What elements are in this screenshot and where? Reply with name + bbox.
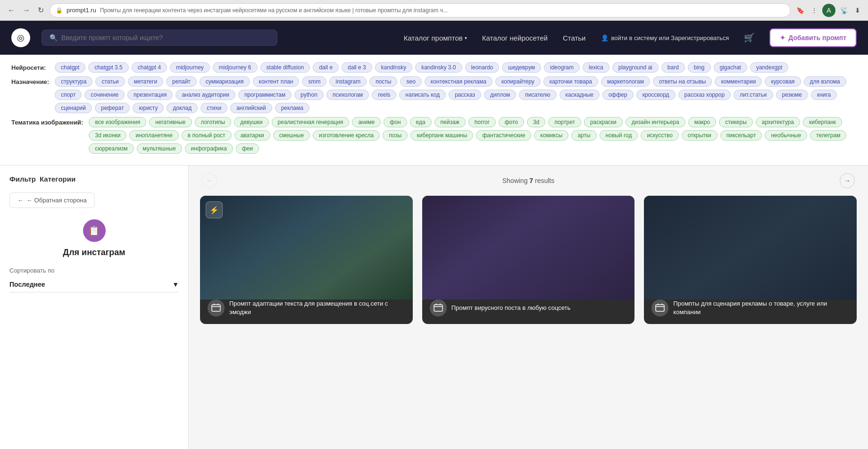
tag-struktura[interactable]: структура (55, 76, 92, 87)
tag-chatgpt4[interactable]: chatgpt 4 (132, 62, 167, 73)
menu-button[interactable]: ⋮ (809, 5, 819, 16)
tag-macro[interactable]: макро (688, 117, 717, 127)
tag-cascading[interactable]: каскадные (559, 90, 600, 100)
tag-repajt[interactable]: репайт (166, 76, 197, 87)
tag-playground-ai[interactable]: playground ai (612, 62, 659, 73)
result-card-2[interactable]: Промпт вирусного поста в любую соцсеть (422, 196, 635, 324)
tag-english[interactable]: английский (230, 103, 272, 113)
tag-funny[interactable]: смешные (273, 130, 310, 141)
address-bar[interactable]: 🔒 prompt1.ru Промты для генерации контен… (50, 3, 791, 17)
nav-catalog-prompts[interactable]: Каталог промптов ▾ (404, 34, 467, 42)
tag-full-height[interactable]: в полный рост (182, 130, 232, 141)
tag-surrealism[interactable]: сюрреализм (89, 143, 134, 154)
tag-context-reklama[interactable]: контекстная реклама (425, 76, 492, 87)
tag-report[interactable]: доклад (167, 103, 198, 113)
tag-kandinsky[interactable]: kandinsky (375, 62, 412, 73)
tag-write-code[interactable]: написать код (399, 90, 446, 100)
tag-composition[interactable]: сочинение (84, 90, 125, 100)
refresh-button[interactable]: ↻ (36, 4, 46, 17)
tag-coursework[interactable]: курсовая (765, 76, 801, 87)
tag-logos[interactable]: логотипы (195, 117, 232, 127)
tag-girls[interactable]: девушки (234, 117, 268, 127)
tag-cyberpunk-cars[interactable]: киберпанк машины (410, 130, 473, 141)
result-card-1[interactable]: ⚡ Промпт адаптации текста для размещения… (200, 196, 413, 324)
tag-armchair[interactable]: изготовление кресла (313, 130, 380, 141)
back-button[interactable]: ← (6, 4, 17, 17)
tag-presentation[interactable]: презентация (127, 90, 173, 100)
cast-button[interactable]: 📡 (838, 5, 850, 16)
tag-unusual[interactable]: необычные (765, 130, 807, 141)
tag-smm[interactable]: smm (302, 76, 326, 87)
tag-ideogram[interactable]: ideogram (544, 62, 580, 73)
tag-arts[interactable]: арты (571, 130, 596, 141)
profile-button[interactable]: A (822, 4, 835, 17)
tag-photo[interactable]: фото (499, 117, 524, 127)
tag-3d-icons[interactable]: 3d иконки (89, 130, 126, 141)
tag-3d[interactable]: 3d (527, 117, 545, 127)
tag-scenario[interactable]: сценарий (55, 103, 92, 113)
tag-python[interactable]: python (294, 90, 324, 100)
tag-reels[interactable]: reels (372, 90, 396, 100)
tag-postcards[interactable]: открытки (682, 130, 718, 141)
tag-posts[interactable]: посты (369, 76, 397, 87)
tag-hacking[interactable]: для взлома (804, 76, 846, 87)
tag-colorings[interactable]: раскраски (584, 117, 623, 127)
tag-sport[interactable]: спорт (55, 90, 82, 100)
tag-referat[interactable]: реферат (95, 103, 130, 113)
tag-programmers[interactable]: программистам (238, 90, 292, 100)
tag-background[interactable]: фон (384, 117, 407, 127)
site-logo[interactable]: ◎ (11, 28, 30, 47)
tag-lexica[interactable]: lexica (583, 62, 609, 73)
tag-architecture[interactable]: архитектура (756, 117, 800, 127)
tag-kandinsky30[interactable]: kandinsky 3.0 (415, 62, 462, 73)
tag-leonardo[interactable]: leonardo (465, 62, 500, 73)
forward-button[interactable]: → (21, 4, 32, 17)
tag-poems[interactable]: стихи (200, 103, 227, 113)
search-input[interactable] (61, 34, 269, 42)
tag-aliens[interactable]: инопланетяне (129, 130, 178, 141)
tag-lawyer[interactable]: юристу (133, 103, 164, 113)
tag-stickers[interactable]: стикеры (719, 117, 753, 127)
tag-content-plan[interactable]: контент план (253, 76, 300, 87)
tag-marketers[interactable]: маркетологам (601, 76, 650, 87)
tag-chatgpt[interactable]: chatgpt (55, 62, 85, 73)
tag-horror-story[interactable]: рассказ хоррор (678, 90, 731, 100)
tag-psychologists[interactable]: психологам (326, 90, 369, 100)
tag-writer[interactable]: писателю (519, 90, 556, 100)
tag-audience[interactable]: анализ аудитории (175, 90, 235, 100)
sidebar-back-button[interactable]: ← ← Обратная сторона (9, 192, 95, 208)
tag-reviews[interactable]: ответы на отзывы (653, 76, 712, 87)
tag-art[interactable]: искусство (641, 130, 678, 141)
tag-diploma[interactable]: диплом (484, 90, 516, 100)
tag-fairies[interactable]: феи (236, 143, 259, 154)
next-page-button[interactable]: → (840, 173, 855, 188)
nav-articles[interactable]: Статьи (563, 34, 586, 42)
tag-yandexgpt[interactable]: yandexgpt (750, 62, 788, 73)
bookmark-button[interactable]: 🔖 (794, 5, 806, 16)
tag-metategi[interactable]: метатеги (128, 76, 163, 87)
tag-chatgpt35[interactable]: chatgpt 3.5 (88, 62, 128, 73)
tag-seo[interactable]: seo (400, 76, 421, 87)
tag-anime[interactable]: аниме (352, 117, 381, 127)
tag-fantastic[interactable]: фантастические (476, 130, 531, 141)
tag-book[interactable]: книга (811, 90, 837, 100)
tag-realistic[interactable]: реалистичная генерация (272, 117, 350, 127)
prev-page-button[interactable]: ← (202, 173, 217, 188)
tag-landscape[interactable]: пейзаж (434, 117, 466, 127)
tag-pixel[interactable]: пиксельарт (720, 130, 762, 141)
tag-portrait[interactable]: портрет (548, 117, 581, 127)
tag-cards[interactable]: карточки товара (543, 76, 598, 87)
tag-crossword[interactable]: кроссворд (636, 90, 676, 100)
tag-resume[interactable]: резюме (776, 90, 808, 100)
result-card-3[interactable]: Промпты для сценария рекламы о товаре, у… (644, 196, 857, 324)
tag-bing[interactable]: bing (688, 62, 711, 73)
tag-food[interactable]: еда (410, 117, 432, 127)
tag-negative[interactable]: негативные (149, 117, 192, 127)
tag-infographics[interactable]: инфографика (185, 143, 233, 154)
tag-midjourney6[interactable]: midjourney 6 (213, 62, 258, 73)
user-auth-area[interactable]: 👤 войти в систему или Зарегистрироваться (601, 34, 729, 42)
tag-story[interactable]: рассказ (449, 90, 481, 100)
tag-gigachat[interactable]: gigachat (714, 62, 747, 73)
add-prompt-button[interactable]: ✦ Добавить промпт (769, 28, 857, 47)
tag-offer[interactable]: оффер (602, 90, 634, 100)
